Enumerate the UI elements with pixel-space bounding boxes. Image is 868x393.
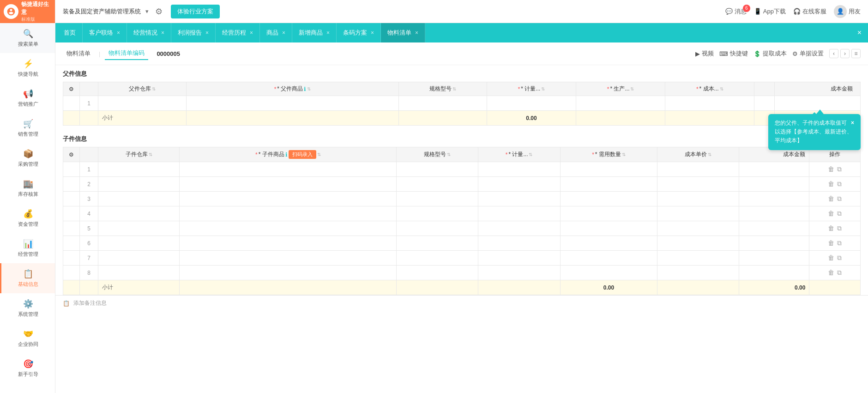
parent-col-settings[interactable]: ⚙ <box>63 82 80 96</box>
child-row6-qty[interactable] <box>560 236 657 251</box>
child-row7-spec[interactable] <box>397 251 478 266</box>
child-row6-goods[interactable] <box>180 236 397 251</box>
child-row6-unit-cost[interactable] <box>657 236 739 251</box>
child-row2-unit[interactable] <box>478 177 560 192</box>
delete-icon[interactable]: 🗑 <box>828 269 834 277</box>
tab-goods[interactable]: 商品 × <box>260 23 292 42</box>
child-row1-goods[interactable] <box>180 162 397 177</box>
delete-icon[interactable]: 🗑 <box>828 254 834 262</box>
copy-icon[interactable]: ⧉ <box>837 165 842 173</box>
child-row5-warehouse[interactable] <box>98 221 180 236</box>
copy-icon[interactable]: ⧉ <box>837 254 842 262</box>
dropdown-arrow-icon[interactable]: ▾ <box>145 8 149 15</box>
sidebar-item-marketing[interactable]: 📢 营销推广 <box>0 83 55 113</box>
sidebar-item-guide[interactable]: 🎯 新手引导 <box>0 353 55 383</box>
child-row2-qty[interactable] <box>560 177 657 192</box>
child-row1-spec[interactable] <box>397 162 478 177</box>
parent-row1-goods[interactable] <box>187 96 398 111</box>
sidebar-item-search[interactable]: 🔍 搜索菜单 <box>0 23 55 53</box>
child-row2-unit-cost[interactable] <box>657 177 739 192</box>
child-row1-qty[interactable] <box>560 162 657 177</box>
sidebar-item-inventory[interactable]: 🏬 库存核算 <box>0 173 55 203</box>
copy-icon[interactable]: ⧉ <box>837 269 842 277</box>
online-service-item[interactable]: 🎧 在线客服 <box>793 7 826 16</box>
parent-row1-unit[interactable] <box>487 96 576 111</box>
copy-icon[interactable]: ⧉ <box>837 195 842 203</box>
child-row8-warehouse[interactable] <box>98 266 180 280</box>
child-row8-qty[interactable] <box>560 266 657 280</box>
delete-icon[interactable]: 🗑 <box>828 224 834 232</box>
child-row5-goods[interactable] <box>180 221 397 236</box>
child-row3-qty[interactable] <box>560 192 657 206</box>
gear-icon[interactable]: ⚙ <box>155 6 163 17</box>
app-download-item[interactable]: 📱 App下载 <box>754 7 786 16</box>
video-action[interactable]: ▶ 视频 <box>695 49 714 58</box>
tab-history[interactable]: 经营历程 × <box>216 23 260 42</box>
user-item[interactable]: 👤 用友 <box>834 5 861 18</box>
child-row6-warehouse[interactable] <box>98 236 180 251</box>
parent-row1-cost[interactable] <box>665 96 754 111</box>
next-arrow[interactable]: › <box>840 49 850 58</box>
message-item[interactable]: 💬 消息 6 <box>725 7 747 16</box>
tab-customers-close[interactable]: × <box>117 30 120 36</box>
sidebar-item-purchase[interactable]: 📦 采购管理 <box>0 143 55 173</box>
tab-goods-close[interactable]: × <box>282 30 285 36</box>
tab-profit-close[interactable]: × <box>205 30 209 36</box>
sidebar-item-basic-info[interactable]: 📋 基础信息 <box>0 263 55 293</box>
copy-icon[interactable]: ⧉ <box>837 210 842 218</box>
child-row4-spec[interactable] <box>397 206 478 221</box>
trial-btn[interactable]: 体验行业方案 <box>171 5 220 18</box>
tab-operations-close[interactable]: × <box>161 30 164 36</box>
sidebar-item-system[interactable]: ⚙️ 系统管理 <box>0 293 55 323</box>
tab-profit[interactable]: 利润报告 × <box>171 23 216 42</box>
menu-arrow[interactable]: ≡ <box>851 49 861 58</box>
child-row4-unit[interactable] <box>478 206 560 221</box>
tab-barcode[interactable]: 条码方案 × <box>337 23 381 42</box>
tab-customers[interactable]: 客户联络 × <box>83 23 127 42</box>
child-row8-spec[interactable] <box>397 266 478 280</box>
copy-icon[interactable]: ⧉ <box>837 239 842 247</box>
sub-tab-list[interactable]: 物料清单 <box>63 48 94 60</box>
delete-icon[interactable]: 🗑 <box>828 195 834 203</box>
child-row3-unit-cost[interactable] <box>657 192 739 206</box>
child-row4-goods[interactable] <box>180 206 397 221</box>
child-row7-qty[interactable] <box>560 251 657 266</box>
close-all-tabs-btn[interactable]: × <box>853 29 866 37</box>
parent-row1-produce[interactable] <box>576 96 665 111</box>
tooltip-close-btn[interactable]: × <box>851 119 854 127</box>
child-row4-warehouse[interactable] <box>98 206 180 221</box>
child-row2-warehouse[interactable] <box>98 177 180 192</box>
tab-barcode-close[interactable]: × <box>371 30 374 36</box>
parent-row1-spec[interactable] <box>398 96 487 111</box>
sub-tab-code[interactable]: 物料清单编码 <box>105 47 148 60</box>
prev-arrow[interactable]: ‹ <box>829 49 838 58</box>
settings-action[interactable]: ⚙ 单据设置 <box>792 49 824 58</box>
child-row5-qty[interactable] <box>560 221 657 236</box>
child-row5-unit-cost[interactable] <box>657 221 739 236</box>
child-row1-unit-cost[interactable] <box>657 162 739 177</box>
child-row2-spec[interactable] <box>397 177 478 192</box>
child-row4-qty[interactable] <box>560 206 657 221</box>
cost-action[interactable]: 💲 提取成本 <box>753 49 787 58</box>
child-row6-unit[interactable] <box>478 236 560 251</box>
tab-bom[interactable]: 物料清单 × <box>381 23 425 42</box>
tab-operations[interactable]: 经营情况 × <box>127 23 171 42</box>
child-row4-unit-cost[interactable] <box>657 206 739 221</box>
child-row7-warehouse[interactable] <box>98 251 180 266</box>
sidebar-item-operations[interactable]: 📊 经营管理 <box>0 233 55 263</box>
child-row3-warehouse[interactable] <box>98 192 180 206</box>
sidebar-item-collab[interactable]: 🤝 企业协同 <box>0 323 55 353</box>
copy-icon[interactable]: ⧉ <box>837 180 842 188</box>
child-row1-warehouse[interactable] <box>98 162 180 177</box>
child-row5-spec[interactable] <box>397 221 478 236</box>
scan-input-btn[interactable]: 扫码录入 <box>289 150 316 159</box>
delete-icon[interactable]: 🗑 <box>828 239 834 247</box>
child-row7-unit[interactable] <box>478 251 560 266</box>
child-row7-goods[interactable] <box>180 251 397 266</box>
child-row8-unit[interactable] <box>478 266 560 280</box>
child-col-settings[interactable]: ⚙ <box>63 147 80 162</box>
delete-icon[interactable]: 🗑 <box>828 210 834 218</box>
shortcut-action[interactable]: ⌨ 快捷键 <box>719 49 748 58</box>
tab-history-close[interactable]: × <box>250 30 253 36</box>
sidebar-item-sales[interactable]: 🛒 销售管理 <box>0 113 55 143</box>
